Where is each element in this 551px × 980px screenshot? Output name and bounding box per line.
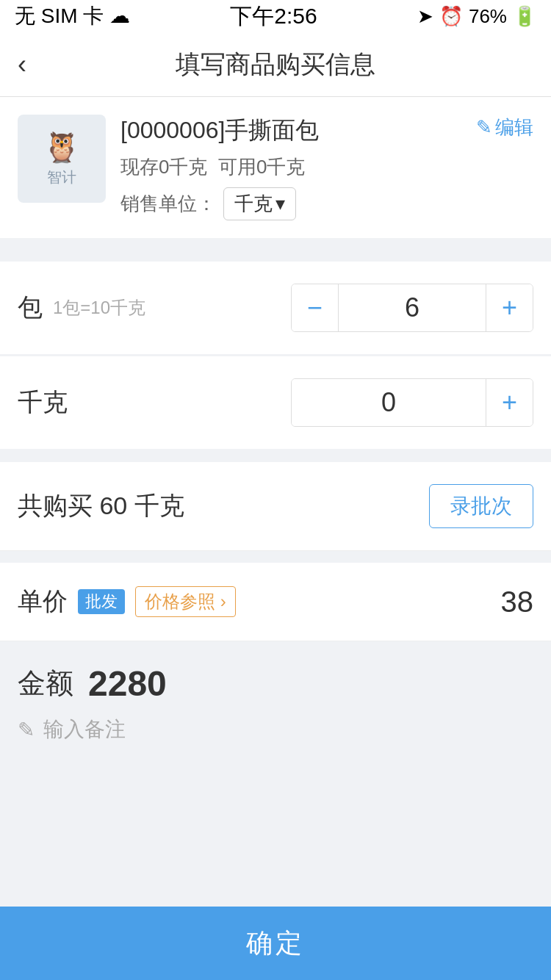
nav-bar: ‹ 填写商品购买信息 (0, 32, 551, 97)
pencil-icon: ✎ (18, 718, 35, 742)
amount-label: 金额 (18, 665, 73, 702)
kg-quantity-control: + (291, 378, 533, 427)
unit-value: 千克 (234, 191, 273, 217)
unit-label: 销售单位： (120, 191, 216, 217)
product-name: [0000006]手撕面包 (120, 115, 319, 147)
note-placeholder: 输入备注 (43, 716, 126, 743)
status-bar: 无 SIM 卡 ☁ 下午2:56 ➤ ⏰ 76% 🔋 (0, 0, 551, 32)
pack-minus-button[interactable]: − (292, 284, 339, 331)
location-icon: ➤ (417, 5, 433, 28)
pifa-tag: 批发 (78, 589, 125, 614)
battery-icon: 🔋 (513, 5, 536, 28)
price-section: 单价 批发 价格参照 › 38 (0, 563, 551, 641)
pack-quantity-control: − + (291, 284, 533, 332)
product-card: 🦉 智计 [0000006]手撕面包 ✎ 编辑 现存0千克 可用0千克 销售单位… (0, 97, 551, 238)
stock-value: 现存0千克 (120, 156, 207, 178)
price-value: 38 (501, 586, 534, 619)
status-left: 无 SIM 卡 ☁ (15, 2, 130, 30)
product-thumb-label: 智计 (47, 167, 76, 187)
batch-button[interactable]: 录批次 (429, 484, 533, 528)
battery-label: 76% (469, 5, 507, 28)
pack-quantity-section: 包 1包=10千克 − + (0, 262, 551, 354)
pack-plus-button[interactable]: + (486, 284, 533, 331)
kg-label: 千克 (18, 386, 68, 419)
confirm-button[interactable]: 确定 (0, 907, 551, 980)
separator-3 (0, 551, 551, 563)
kg-plus-button[interactable]: + (486, 379, 533, 426)
product-top-row: [0000006]手撕面包 ✎ 编辑 (120, 115, 533, 154)
note-row[interactable]: ✎ 输入备注 (18, 716, 533, 743)
unit-select[interactable]: 千克 ▾ (223, 187, 296, 220)
kg-quantity-section: 千克 + (0, 356, 551, 449)
product-info: [0000006]手撕面包 ✎ 编辑 现存0千克 可用0千克 销售单位： 千克 … (120, 115, 533, 220)
back-button[interactable]: ‹ (18, 49, 26, 80)
total-row: 共购买 60 千克 录批次 (0, 462, 551, 551)
pack-hint: 1包=10千克 (53, 296, 145, 320)
product-thumbnail: 🦉 智计 (18, 115, 106, 203)
pack-quantity-input[interactable] (339, 284, 486, 331)
product-stock: 现存0千克 可用0千克 (120, 154, 533, 180)
chevron-down-icon: ▾ (276, 192, 285, 215)
price-label: 单价 (18, 585, 68, 619)
nav-title: 填写商品购买信息 (176, 48, 375, 82)
amount-value: 2280 (88, 663, 167, 704)
product-thumb-icon: 🦉 (43, 130, 80, 165)
status-right: ➤ ⏰ 76% 🔋 (417, 5, 536, 28)
status-time: 下午2:56 (230, 1, 317, 32)
kg-label-text: 千克 (18, 386, 68, 419)
product-unit-row: 销售单位： 千克 ▾ (120, 187, 533, 220)
price-left: 单价 批发 价格参照 › (18, 585, 236, 619)
edit-label: 编辑 (495, 115, 533, 140)
alarm-icon: ⏰ (439, 5, 463, 28)
total-label: 共购买 60 千克 (18, 489, 184, 523)
amount-row: 金额 2280 (18, 663, 533, 704)
sim-label: 无 SIM 卡 ☁ (15, 2, 130, 30)
kg-quantity-input[interactable] (292, 379, 486, 426)
separator-2 (0, 450, 551, 462)
pack-label: 包 (18, 291, 43, 325)
edit-button[interactable]: ✎ 编辑 (476, 115, 533, 140)
available-value: 可用0千克 (218, 156, 305, 178)
amount-section: 金额 2280 ✎ 输入备注 (0, 641, 551, 754)
price-ref-button[interactable]: 价格参照 › (135, 586, 236, 617)
pack-label-group: 包 1包=10千克 (18, 291, 145, 325)
edit-icon: ✎ (476, 116, 492, 139)
separator-1 (0, 250, 551, 262)
